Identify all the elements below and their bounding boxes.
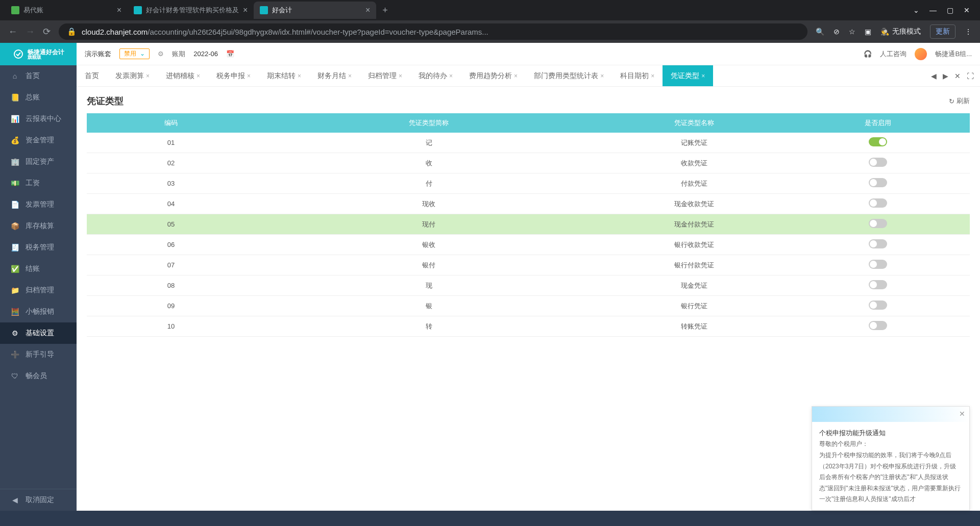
tab-close-icon[interactable]: × bbox=[600, 72, 604, 80]
table-row[interactable]: 04 现收 现金收款凭证 bbox=[87, 194, 970, 214]
tab-scroll-right-icon[interactable]: ▶ bbox=[943, 72, 948, 80]
table-row[interactable]: 01 记 记账凭证 bbox=[87, 133, 970, 153]
page-tab[interactable]: 进销稽核× bbox=[158, 65, 208, 86]
table-row[interactable]: 10 转 转账凭证 bbox=[87, 316, 970, 337]
tab-close-icon[interactable]: × bbox=[365, 6, 370, 15]
tab-close-icon[interactable]: × bbox=[348, 72, 352, 80]
table-row[interactable]: 09 银 银行凭证 bbox=[87, 296, 970, 316]
user-name[interactable]: 畅捷通B组... bbox=[935, 49, 972, 59]
extension-icon[interactable]: ⊘ bbox=[834, 28, 840, 36]
calendar-icon[interactable]: 📅 bbox=[226, 50, 234, 58]
minimize-icon[interactable]: — bbox=[929, 6, 937, 14]
sidebar-item-settings[interactable]: ⚙基础设置 bbox=[0, 322, 77, 344]
tab-close-icon[interactable]: × bbox=[514, 72, 518, 80]
consult-link[interactable]: 人工咨询 bbox=[880, 49, 906, 59]
sidebar-item-expense[interactable]: 🧮小畅报销 bbox=[0, 301, 77, 322]
tab-close-icon[interactable]: × bbox=[449, 72, 453, 80]
gear-icon[interactable]: ⚙ bbox=[158, 50, 164, 58]
enable-toggle[interactable] bbox=[869, 219, 887, 228]
sidebar-item-home[interactable]: ⌂首页 bbox=[0, 65, 77, 87]
page-tab[interactable]: 凭证类型× bbox=[663, 65, 713, 86]
enable-toggle[interactable] bbox=[869, 300, 887, 310]
table-row[interactable]: 07 银付 银行付款凭证 bbox=[87, 255, 970, 275]
reload-button[interactable]: ⟳ bbox=[43, 26, 51, 37]
update-button[interactable]: 更新 bbox=[930, 24, 955, 39]
sidebar-item-label: 畅会员 bbox=[26, 371, 47, 381]
new-tab-button[interactable]: + bbox=[376, 5, 394, 16]
sidebar-item-tax[interactable]: 🧾税务管理 bbox=[0, 237, 77, 258]
enable-toggle[interactable] bbox=[869, 198, 887, 208]
sidebar-item-guide[interactable]: ➕新手引导 bbox=[0, 344, 77, 365]
unpin-button[interactable]: ◀ 取消固定 bbox=[0, 489, 77, 511]
browser-tab-active[interactable]: 好会计 × bbox=[254, 2, 376, 19]
puzzle-icon[interactable]: ▣ bbox=[865, 28, 871, 36]
tab-close-icon[interactable]: × bbox=[247, 72, 251, 80]
forward-button[interactable]: → bbox=[26, 27, 35, 37]
bookmark-icon[interactable]: ☆ bbox=[849, 28, 855, 36]
page-tab[interactable]: 费用趋势分析× bbox=[461, 65, 526, 86]
page-tab[interactable]: 税务申报× bbox=[208, 65, 259, 86]
table-row[interactable]: 05 现付 现金付款凭证 bbox=[87, 214, 970, 235]
table-header-row: 编码 凭证类型简称 凭证类型名称 是否启用 bbox=[87, 113, 970, 133]
cell-enable bbox=[786, 296, 970, 316]
browser-tab[interactable]: 好会计财务管理软件购买价格及 × bbox=[128, 2, 254, 19]
refresh-button[interactable]: ↻ 刷新 bbox=[949, 96, 970, 106]
sidebar-item-asset[interactable]: 🏢固定资产 bbox=[0, 151, 77, 172]
sidebar-item-money[interactable]: 💰资金管理 bbox=[0, 130, 77, 151]
top-right: 🎧 人工咨询 畅捷通B组... bbox=[864, 48, 972, 60]
url-path: /accounting/uh26t264j5ui/98gdhygx8w/idx.… bbox=[148, 28, 488, 36]
page-tab[interactable]: 发票测算× bbox=[107, 65, 158, 86]
tab-close-icon[interactable]: × bbox=[651, 72, 654, 80]
disable-tag[interactable]: 禁用 ⌄ bbox=[119, 48, 150, 59]
sidebar-item-inventory[interactable]: 📦库存核算 bbox=[0, 215, 77, 237]
back-button[interactable]: ← bbox=[8, 27, 17, 37]
sidebar-item-archive[interactable]: 📁归档管理 bbox=[0, 280, 77, 301]
tab-close-icon[interactable]: × bbox=[197, 72, 200, 80]
table-row[interactable]: 06 银收 银行收款凭证 bbox=[87, 235, 970, 255]
sidebar-item-ledger[interactable]: 📒总账 bbox=[0, 87, 77, 108]
tab-close-all-icon[interactable]: ✕ bbox=[954, 72, 961, 80]
account-name[interactable]: 演示账套 bbox=[85, 49, 111, 59]
enable-toggle[interactable] bbox=[869, 260, 887, 269]
enable-toggle[interactable] bbox=[869, 280, 887, 289]
enable-toggle[interactable] bbox=[869, 321, 887, 330]
invoice-icon: 📄 bbox=[10, 200, 19, 209]
enable-toggle[interactable] bbox=[869, 158, 887, 167]
chevron-down-icon[interactable]: ⌄ bbox=[913, 6, 919, 14]
tab-scroll-left-icon[interactable]: ◀ bbox=[931, 72, 937, 80]
page-tab[interactable]: 首页 bbox=[77, 65, 107, 86]
menu-icon[interactable]: ⋮ bbox=[965, 28, 972, 36]
notification-close-icon[interactable]: ✕ bbox=[959, 410, 965, 418]
sidebar-item-salary[interactable]: 💵工资 bbox=[0, 172, 77, 194]
enable-toggle[interactable] bbox=[869, 137, 887, 146]
page-tab[interactable]: 我的待办× bbox=[410, 65, 461, 86]
user-avatar[interactable] bbox=[915, 48, 927, 60]
sidebar-item-member[interactable]: 🛡畅会员 bbox=[0, 365, 77, 387]
table-row[interactable]: 03 付 付款凭证 bbox=[87, 173, 970, 194]
tab-close-icon[interactable]: × bbox=[117, 6, 121, 15]
page-tab[interactable]: 期末结转× bbox=[259, 65, 309, 86]
sidebar-item-chart[interactable]: 📊云报表中心 bbox=[0, 108, 77, 130]
sidebar-item-invoice[interactable]: 📄发票管理 bbox=[0, 194, 77, 215]
page-tab[interactable]: 科目期初× bbox=[612, 65, 663, 86]
table-row[interactable]: 08 现 现金凭证 bbox=[87, 275, 970, 296]
browser-tab[interactable]: 易代账 × bbox=[5, 2, 128, 19]
enable-toggle[interactable] bbox=[869, 239, 887, 248]
table-row[interactable]: 02 收 收款凭证 bbox=[87, 153, 970, 173]
enable-toggle[interactable] bbox=[869, 178, 887, 187]
zoom-icon[interactable]: 🔍 bbox=[816, 28, 824, 36]
tab-close-icon[interactable]: × bbox=[399, 72, 402, 80]
page-tab[interactable]: 财务月结× bbox=[309, 65, 360, 86]
page-tab[interactable]: 归档管理× bbox=[360, 65, 410, 86]
tab-close-icon[interactable]: × bbox=[243, 6, 248, 15]
period-value[interactable]: 2022-06 bbox=[193, 50, 218, 58]
tab-close-icon[interactable]: × bbox=[298, 72, 301, 80]
tab-close-icon[interactable]: × bbox=[701, 72, 705, 80]
page-tab[interactable]: 部门费用类型统计表× bbox=[526, 65, 612, 86]
url-bar[interactable]: 🔒 cloud2.chanjet.com/accounting/uh26t264… bbox=[59, 23, 807, 40]
close-window-icon[interactable]: ✕ bbox=[964, 6, 970, 14]
maximize-icon[interactable]: ▢ bbox=[947, 6, 953, 14]
sidebar-item-close-account[interactable]: ✅结账 bbox=[0, 258, 77, 280]
tab-close-icon[interactable]: × bbox=[146, 72, 150, 80]
fullscreen-icon[interactable]: ⛶ bbox=[967, 72, 974, 80]
